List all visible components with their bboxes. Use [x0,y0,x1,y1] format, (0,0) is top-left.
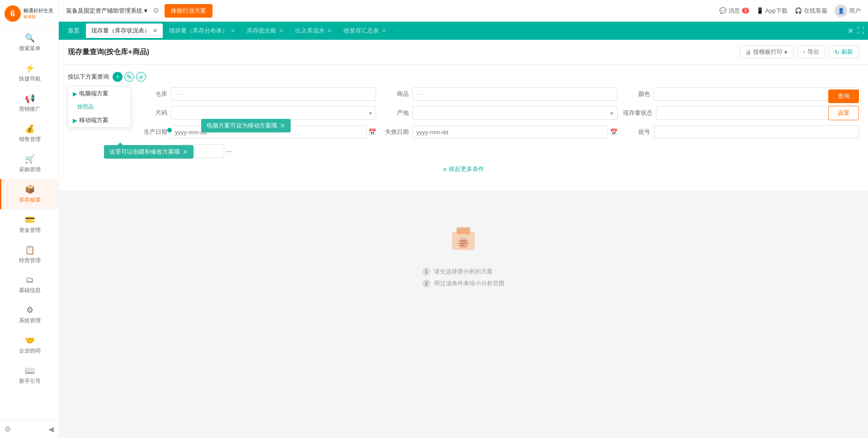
page-content: 现存量查询(按仓库+商品) 🖨 按模板打印 ▾ ↑ 导出 ↻ 刷新 [59,40,868,438]
refresh-icon: ↻ [835,49,840,56]
sidebar-item-guide[interactable]: 📖 新手引导 [0,360,58,391]
tooltip2-close[interactable]: ✕ [183,148,188,155]
filter-row-stock-status: 现存量状态 ▾ [623,106,859,120]
settings-bottom-icon[interactable]: ⚙ [5,425,11,433]
filter-row-color: 颜色 ▾ [623,87,859,101]
filter-row-warehouse: 仓库 ··· [140,87,376,101]
tab-inventory-status[interactable]: 现存量（库存状况表） ✕ [86,24,163,38]
tooltip1-close[interactable]: ✕ [280,122,285,129]
scheme-arrow-button[interactable]: « [136,72,146,82]
tab-inout[interactable]: 出入库流水 ✕ [290,24,337,38]
refresh-button[interactable]: ↻ 刷新 [829,45,859,59]
message-icon: 💬 [719,7,726,14]
qty-dash: — [226,148,232,155]
empty-state: 1 请先选择要分析的方案 2 用过滤条件来缩小分析范围 [59,191,868,318]
operation-nav-icon: 📋 [25,245,35,255]
tree-expand-mobile: ▶ [73,117,77,124]
product-select[interactable]: ··· [412,87,618,101]
warehouse-select[interactable]: ··· [171,87,376,101]
edit-scheme-button[interactable]: ✎ [124,72,134,82]
system-name-dropdown[interactable]: 装备及固定资产辅助管理系统 ▾ [66,7,147,15]
origin-select[interactable]: ▾ [412,106,618,120]
empty-step-1: 1 请先选择要分析的方案 [422,268,505,276]
qty-row: — [179,144,376,158]
app-logo: 6 畅通好好生意 标准版 [0,0,58,28]
svg-rect-1 [457,227,470,234]
sidebar-item-finance[interactable]: 💳 资金管理 [0,209,58,240]
tree-item-mobile[interactable]: ▶ 移动端方案 [68,113,131,127]
batch-input[interactable] [654,125,859,139]
tab-close-inout[interactable]: ✕ [327,28,332,34]
page-header: 现存量查询(按仓库+商品) 🖨 按模板打印 ▾ ↑ 导出 ↻ 刷新 [59,40,868,65]
tab-fullscreen-icon[interactable]: ⛶ [857,27,864,35]
tab-close-all-icon[interactable]: ✕ [848,27,854,35]
collapse-sidebar-icon[interactable]: ◀ [48,425,54,433]
logo-icon: 6 [5,5,21,22]
tree-item-desktop[interactable]: ▶ 电脑端方案 [68,87,131,100]
support-action[interactable]: 🎧 在线客服 [795,7,827,15]
tree-subitem-desktop[interactable]: 按照品 [68,100,131,113]
header-right: 💬 消息 9 📱 App下载 🎧 在线客服 👤 用户 [719,5,861,17]
print-button[interactable]: 🖨 按模板打印 ▾ [740,45,793,59]
size-dropdown-icon: ▾ [369,110,372,117]
sidebar-bottom: ⚙ ◀ [0,420,58,438]
sidebar-item-marketing[interactable]: 📢 营销推广 [0,88,58,118]
page-title: 现存量查询(按仓库+商品) [68,47,149,57]
tab-close-inventory-dist[interactable]: ✕ [231,28,235,34]
empty-steps-list: 1 请先选择要分析的方案 2 用过滤条件来缩小分析范围 [422,268,505,291]
sidebar-item-purchase[interactable]: 🛒 采购管理 [0,149,58,179]
page-actions: 🖨 按模板打印 ▾ ↑ 导出 ↻ 刷新 [740,45,859,59]
top-header: 装备及固定资产辅助管理系统 ▾ ⚙ 体验行业方案 💬 消息 9 📱 App下载 … [59,0,868,22]
quick-nav-icon: ⚡ [25,63,35,73]
sidebar-item-inventory[interactable]: 📦 库存核算 [0,179,58,209]
sidebar-item-search[interactable]: 🔍 搜索菜单 [0,28,58,58]
filter-row-size: 尺码 ▾ [140,106,376,120]
dropdown-icon: ▾ [144,7,147,14]
print-dropdown-icon: ▾ [784,49,788,56]
tab-close-receive[interactable]: ✕ [382,28,386,34]
tab-actions: ✕ ⛶ [848,27,864,35]
size-select[interactable]: ▾ [171,106,376,120]
settings-icon[interactable]: ⚙ [153,6,159,15]
filter-row-expiry-date: 失效日期 📅 [382,125,618,139]
collapse-button[interactable]: ∧ 收起更多条件 [443,165,484,173]
print-icon: 🖨 [745,49,751,56]
tab-close-batch[interactable]: ✕ [279,28,283,34]
tab-inventory-dist[interactable]: 现存量（库存分布表） ✕ [164,24,241,38]
sidebar-item-basic[interactable]: 🗂 基础信息 [0,270,58,300]
user-action[interactable]: 👤 用户 [835,5,861,17]
message-action[interactable]: 💬 消息 9 [719,7,749,15]
empty-step-2: 2 用过滤条件来缩小分析范围 [422,279,505,287]
sales-nav-icon: 💰 [25,124,35,134]
tooltip-create-scheme: 这里可以创建和修改方案哦 ✕ [104,145,193,159]
sidebar-item-collab[interactable]: 🤝 企业协同 [0,330,58,360]
search-button[interactable]: 查询 [828,89,859,103]
tab-bar: 首页 现存量（库存状况表） ✕ 现存量（库存分布表） ✕ 库存批次账 ✕ 出入库… [59,22,868,40]
production-date-icon[interactable]: 📅 [368,128,376,136]
main-area: 装备及固定资产辅助管理系统 ▾ ⚙ 体验行业方案 💬 消息 9 📱 App下载 … [59,0,868,438]
sidebar-item-operation[interactable]: 📋 经营管理 [0,240,58,270]
tab-home[interactable]: 首页 [62,27,85,35]
app-download-action[interactable]: 📱 App下载 [756,7,788,15]
expiry-date-icon[interactable]: 📅 [610,128,618,136]
reset-button[interactable]: 设置 [828,106,859,120]
filter-label: 按以下方案查询 [68,73,109,81]
origin-dropdown-icon: ▾ [610,110,613,117]
export-button[interactable]: ↑ 导出 [797,45,826,59]
guide-nav-icon: 📖 [25,366,35,376]
industry-button[interactable]: 体验行业方案 [165,4,212,18]
expiry-date-input[interactable] [412,125,608,139]
collab-nav-icon: 🤝 [25,335,35,345]
filter-row-product: 商品 ··· [382,87,618,101]
sidebar-nav: 🔍 搜索菜单 ⚡ 快捷导航 📢 营销推广 💰 销售管理 🛒 采购管理 📦 库存核… [0,28,58,420]
connector-dot [167,128,172,132]
tab-batch[interactable]: 库存批次账 ✕ [241,24,289,38]
add-scheme-button[interactable]: ＋ [113,72,123,82]
tooltip-desktop-scheme: 电脑方案可设为移动方案哦 ✕ [201,119,291,132]
purchase-nav-icon: 🛒 [25,154,35,164]
sidebar-item-quick[interactable]: ⚡ 快捷导航 [0,58,58,88]
sidebar-item-sales[interactable]: 💰 销售管理 [0,118,58,149]
tab-receive[interactable]: 收发存汇总表 ✕ [338,24,392,38]
sidebar-item-system[interactable]: ⚙ 系统管理 [0,300,58,330]
tab-close-inventory-status[interactable]: ✕ [153,28,157,34]
